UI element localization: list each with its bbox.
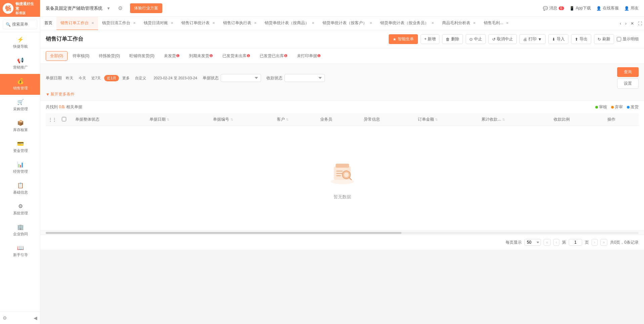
date-yesterday-btn[interactable]: 昨天 — [64, 75, 75, 81]
filter-tab-shipped-storage[interactable]: 已发货已出库❶ — [255, 51, 292, 61]
page-number-input[interactable] — [569, 239, 582, 246]
sidebar-item-sales[interactable]: 💰 销售管理 — [0, 74, 40, 95]
tab-home[interactable]: 首页 — [40, 17, 56, 30]
tab-sale-stat-product[interactable]: 销货单统计表（按商品） ✕ — [261, 17, 318, 30]
sidebar-item-guide[interactable]: 📖 新手引导 — [0, 241, 40, 261]
tab-sale-stat-product-close[interactable]: ✕ — [312, 21, 314, 25]
tab-sales-order-close[interactable]: ✕ — [91, 21, 94, 25]
delete-button[interactable]: 🗑 删除 — [442, 34, 463, 44]
sidebar-item-purchase[interactable]: 🛒 采购管理 — [0, 95, 40, 116]
collapse-button[interactable]: ◀ — [34, 315, 37, 321]
date-7days-btn[interactable]: 近7天 — [89, 75, 103, 81]
service-action[interactable]: 👤 在线客服 — [596, 5, 619, 11]
tab-close-all-button[interactable]: ✕ — [629, 20, 636, 27]
tab-sales-order[interactable]: 销售订单工作台 ✕ — [56, 17, 98, 30]
horizontal-scrollbar[interactable] — [40, 231, 644, 235]
tab-sale-stat-customer-close[interactable]: ✕ — [370, 21, 372, 25]
tab-sale-stat-staff-close[interactable]: ✕ — [431, 21, 434, 25]
page-size-select[interactable]: 50 20 100 — [524, 239, 541, 246]
tab-sale-stat-customer[interactable]: 销货单统计表（按客户） ✕ — [318, 17, 376, 30]
sidebar-item-finance[interactable]: 💳 资金管理 — [0, 136, 40, 157]
number-sort-icon[interactable]: ⇅ — [230, 118, 233, 121]
tab-cash-reconcile-close[interactable]: ✕ — [171, 21, 173, 25]
prev-page-button[interactable]: ‹ — [553, 239, 559, 246]
scrollbar-thumb[interactable] — [46, 232, 401, 234]
filter-tab-expired-not-shipped[interactable]: 到期未发货❶ — [185, 51, 217, 61]
filter-tab-not-shipped[interactable]: 未发货❶ — [160, 51, 184, 61]
received-sort-icon[interactable]: ⇅ — [502, 118, 505, 121]
col-received[interactable]: 累计收款... ⇅ — [479, 113, 551, 126]
sidebar-item-system[interactable]: ⚙ 系统管理 — [0, 199, 40, 220]
tab-cash-reconcile[interactable]: 钱货日清对账 ✕ — [140, 17, 177, 30]
tab-sales-stat[interactable]: 销售订单统计表 ✕ — [177, 17, 219, 30]
first-page-button[interactable]: « — [544, 239, 551, 246]
sidebar-item-marketing[interactable]: 📢 营销推广 — [0, 53, 40, 74]
topbar-dropdown-icon[interactable]: ▼ — [106, 6, 111, 11]
tab-gross-profit-close[interactable]: ✕ — [473, 21, 476, 25]
tab-fullscreen-button[interactable]: ⛶ — [636, 20, 644, 27]
sidebar-item-basic[interactable]: 📋 基础信息 — [0, 178, 40, 199]
batch-cancel-btn[interactable]: 弃审 — [611, 104, 623, 110]
payment-select[interactable] — [285, 74, 325, 82]
smart-generate-button[interactable]: ★ 智能生单 — [389, 34, 418, 44]
tab-cash-daily[interactable]: 钱货日清工作台 ✕ — [98, 17, 140, 30]
filter-tab-pending-inspect[interactable]: 待拣验货(0) — [94, 51, 124, 61]
tab-sale-stat-staff[interactable]: 销货单统计表（按业务员） ✕ — [376, 17, 438, 30]
set-button[interactable]: 设置 — [617, 78, 639, 89]
search-menu-button[interactable]: 🔍 搜索菜单 — [3, 19, 37, 29]
user-action[interactable]: 👤 用友 — [624, 5, 639, 11]
stop-button[interactable]: ⊙ 中止 — [466, 34, 486, 44]
filter-tab-shipped-not-storage[interactable]: 已发货未出库❶ — [218, 51, 255, 61]
settings-button[interactable]: ⚙ — [3, 315, 7, 321]
sidebar-item-quick[interactable]: ⚡ 快捷导航 — [0, 32, 40, 53]
cancel-stop-button[interactable]: ↺ 取消中止 — [488, 34, 517, 44]
status-select[interactable] — [221, 74, 261, 82]
query-button[interactable]: 查询 — [617, 67, 639, 77]
new-button[interactable]: + 新增 — [421, 34, 439, 44]
tab-prev-button[interactable]: ‹ — [618, 20, 623, 27]
industry-btn[interactable]: 体验行业方案 — [130, 3, 162, 13]
batch-ship-btn[interactable]: 发货 — [627, 104, 639, 110]
show-detail-toggle[interactable]: 显示明细 — [617, 36, 639, 42]
filter-tab-pending-review[interactable]: 待审核(0) — [68, 51, 94, 61]
sidebar-item-operation[interactable]: 📊 经营管理 — [0, 157, 40, 178]
last-page-button[interactable]: » — [600, 239, 607, 246]
filter-tab-not-printed[interactable]: 未打印单据❶ — [293, 51, 325, 61]
date-more-btn[interactable]: 更多 — [120, 75, 132, 81]
batch-audit-btn[interactable]: 审核 — [595, 104, 607, 110]
refresh-button[interactable]: ↻ 刷新 — [594, 34, 614, 44]
filter-tab-all[interactable]: 全部(0) — [46, 51, 68, 61]
import-button[interactable]: ⬇ 导入 — [548, 34, 568, 44]
filter-tab-wangpu[interactable]: 旺铺待发货(0) — [125, 51, 159, 61]
sidebar-item-enterprise[interactable]: 🏢 企业协同 — [0, 220, 40, 241]
tab-sales-more[interactable]: 销售毛利... ✕ — [480, 17, 513, 30]
tab-sales-exec[interactable]: 销售订单执行表 ✕ — [219, 17, 261, 30]
col-date[interactable]: 单据日期 ⇅ — [147, 113, 210, 126]
sidebar-item-inventory[interactable]: 📦 库存核算 — [0, 116, 40, 136]
next-page-button[interactable]: › — [592, 239, 598, 246]
app-download-action[interactable]: 📱 App下载 — [569, 5, 591, 11]
select-all-checkbox[interactable] — [62, 117, 66, 121]
col-number[interactable]: 单据编号 ⇅ — [210, 113, 274, 126]
expand-button[interactable]: ▼ 展开更多条件 — [46, 91, 639, 97]
customer-sort-icon[interactable]: ⇅ — [286, 118, 289, 121]
tab-gross-profit[interactable]: 商品毛利分析表 ✕ — [438, 17, 480, 30]
date-custom-btn[interactable]: 自定义 — [133, 75, 148, 81]
tab-sales-exec-close[interactable]: ✕ — [254, 21, 257, 25]
date-1month-btn[interactable]: 近1月 — [104, 75, 119, 81]
show-detail-checkbox[interactable] — [617, 37, 621, 41]
date-sort-icon[interactable]: ⇅ — [167, 118, 169, 121]
date-today-btn[interactable]: 今天 — [77, 75, 88, 81]
amount-sort-icon[interactable]: ⇅ — [435, 118, 438, 121]
tab-next-button[interactable]: › — [623, 20, 629, 27]
print-button[interactable]: 🖨 打印 ▼ — [519, 34, 546, 44]
col-amount[interactable]: 订单金额 ⇅ — [415, 113, 479, 126]
col-customer[interactable]: 客户 ⇅ — [274, 113, 317, 126]
export-button[interactable]: ⬆ 导出 — [571, 34, 591, 44]
tab-sales-more-close[interactable]: ✕ — [506, 21, 509, 25]
message-action[interactable]: 💬 消息 6 — [543, 5, 564, 11]
checkbox-col-header[interactable] — [59, 113, 73, 126]
tab-cash-daily-close[interactable]: ✕ — [133, 21, 136, 25]
settings-gear-button[interactable]: ⚙ — [115, 3, 126, 13]
tab-sales-stat-close[interactable]: ✕ — [212, 21, 215, 25]
